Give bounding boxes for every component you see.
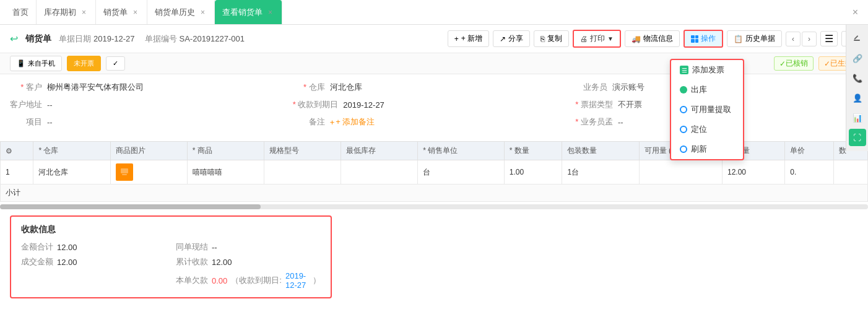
outbound-label: 出库 xyxy=(691,84,707,95)
table-scrollbar-thumb[interactable] xyxy=(0,204,261,209)
tab-history-close[interactable]: × xyxy=(199,7,207,17)
print-button[interactable]: 🖨 打印 ▼ xyxy=(573,30,621,48)
sidebar-link-icon[interactable]: 🔗 xyxy=(849,50,866,67)
col-price: 单价 xyxy=(785,142,833,160)
svg-rect-1 xyxy=(121,168,128,173)
add-note-button[interactable]: + + 添加备注 xyxy=(330,116,375,128)
not-opened-button[interactable]: 未开票 xyxy=(67,56,101,71)
ticket-type-label: 票据类型 xyxy=(575,99,618,110)
subtotal-label: 小计 xyxy=(1,185,868,202)
staff-label: 业务员 xyxy=(575,82,612,93)
next-page-button[interactable]: › xyxy=(802,32,817,46)
note-label: 备注 xyxy=(293,116,330,128)
check-circle-icon: ✓ xyxy=(779,59,786,68)
sidebar-edit-icon[interactable] xyxy=(849,30,866,47)
print-dropdown-icon: ▼ xyxy=(607,35,614,42)
payment-transaction-item: 成交金额 12.00 xyxy=(21,256,166,267)
tab-sales-order[interactable]: 销货单 × xyxy=(96,0,147,24)
row-warehouse: 河北仓库 xyxy=(33,160,110,185)
effect-check-icon: ✓ xyxy=(824,59,830,68)
svg-rect-2 xyxy=(122,174,127,175)
tab-view-sales-close[interactable]: × xyxy=(266,7,274,17)
tab-inventory-close[interactable]: × xyxy=(80,7,88,17)
tab-bar-close[interactable]: × xyxy=(848,4,863,20)
add-button[interactable]: + + 新增 xyxy=(448,30,489,47)
print-label: 打印 xyxy=(590,33,605,44)
warehouse-label: 仓库 xyxy=(293,82,330,93)
sidebar-user-icon[interactable]: 👤 xyxy=(849,89,866,106)
outbound-icon xyxy=(680,86,687,93)
dropdown-locate[interactable]: 定位 xyxy=(671,119,743,139)
row-spec xyxy=(264,160,341,185)
from-phone-label: 来自手机 xyxy=(28,59,55,68)
ticket-type-value: 不开票 xyxy=(618,99,642,110)
payment-accumulated-value: 12.00 xyxy=(212,258,232,267)
payment-due-date: 2019-12-27 xyxy=(285,271,309,290)
tab-sales-close[interactable]: × xyxy=(131,7,139,17)
from-phone-button[interactable]: 📱 来自手机 xyxy=(10,56,62,71)
share-button[interactable]: ↗ 分享 xyxy=(493,30,530,47)
add-label: + 新增 xyxy=(461,33,482,44)
sidebar-phone-icon[interactable]: 📞 xyxy=(849,69,866,87)
tab-sales-label: 销货单 xyxy=(103,7,128,18)
customer-value: 柳州粤港平安气体有限公司 xyxy=(47,82,144,93)
sidebar-expand-icon[interactable]: ⛶ xyxy=(849,129,866,146)
history-button[interactable]: 📋 历史单据 xyxy=(727,30,782,47)
tab-view-sales[interactable]: 查看销货单 × xyxy=(215,0,282,24)
copy-button[interactable]: ⎘ 复制 xyxy=(534,30,569,47)
payment-accumulated-label: 累计收款 xyxy=(176,256,208,267)
row-amount xyxy=(833,160,867,185)
tab-inventory-init[interactable]: 库存期初 × xyxy=(37,0,96,24)
dropdown-add-invoice[interactable]: ☰ 添加发票 xyxy=(671,60,743,80)
sold-badge[interactable]: ✓ 已核销 xyxy=(774,56,814,71)
payment-due-note-end: ） xyxy=(313,275,321,286)
warehouse-value: 河北仓库 xyxy=(330,82,362,93)
col-qty: * 数量 xyxy=(504,142,562,160)
address-field: 客户地址 -- xyxy=(10,99,283,110)
payment-same-order-label: 同单现结 xyxy=(176,241,208,253)
payment-due-label: 本单欠款 xyxy=(176,275,208,286)
operation-dropdown: ☰ 添加发票 出库 可用量提取 定位 刷新 xyxy=(670,59,744,160)
edit-icon-svg xyxy=(853,33,862,43)
due-date-value: 2019-12-27 xyxy=(343,100,384,110)
doc-no-item: 单据编号 SA-20191227-001 xyxy=(145,33,245,45)
dropdown-refresh[interactable]: 刷新 xyxy=(671,139,743,159)
payment-same-order-item: 同单现结 -- xyxy=(176,241,321,253)
tab-sales-history[interactable]: 销货单历史 × xyxy=(147,0,215,24)
prev-page-button[interactable]: ‹ xyxy=(786,32,801,46)
table-scrollbar[interactable] xyxy=(0,204,868,209)
row-price: 0. xyxy=(785,160,833,185)
print-icon: 🖨 xyxy=(580,35,588,43)
grid-view-button[interactable]: ☰ xyxy=(820,31,838,46)
refresh-label: 刷新 xyxy=(691,144,707,155)
warehouse-field: 仓库 河北仓库 xyxy=(293,82,566,93)
right-sidebar: 🔗 📞 👤 📊 ⛶ xyxy=(846,25,868,151)
action-bar: + + 新增 ↗ 分享 ⎘ 复制 🖨 打印 ▼ 🚚 xyxy=(448,30,858,48)
tab-history-label: 销货单历史 xyxy=(155,7,195,18)
sidebar-table-icon[interactable]: 📊 xyxy=(849,109,866,126)
available-qty-label: 可用量提取 xyxy=(691,104,731,115)
logistics-button[interactable]: 🚚 物流信息 xyxy=(625,30,680,47)
refresh-icon xyxy=(680,145,687,153)
col-settings[interactable]: ⚙ xyxy=(1,142,33,160)
check-button[interactable]: ✓ xyxy=(106,56,125,71)
col-image: 商品图片 xyxy=(110,142,187,160)
note-add-label: + 添加备注 xyxy=(336,116,375,128)
tab-bar: 首页 库存期初 × 销货单 × 销货单历史 × 查看销货单 × × xyxy=(0,0,868,25)
product-img-icon xyxy=(118,166,131,178)
tab-inventory-label: 库存期初 xyxy=(44,7,76,18)
dropdown-outbound[interactable]: 出库 xyxy=(671,80,743,100)
operation-grid-icon xyxy=(691,35,698,43)
tab-home[interactable]: 首页 xyxy=(5,0,37,24)
col-product: * 商品 xyxy=(187,142,264,160)
col-min-stock: 最低库存 xyxy=(341,142,418,160)
payment-total-item: 金额合计 12.00 xyxy=(21,241,166,253)
row-available xyxy=(639,160,722,185)
operation-button[interactable]: 操作 xyxy=(684,30,723,48)
not-opened-label: 未开票 xyxy=(74,59,94,68)
share-label: 分享 xyxy=(508,33,523,44)
col-pack-qty: 包装数量 xyxy=(562,142,639,160)
payment-accumulated-item: 累计收款 12.00 xyxy=(176,256,321,267)
subtotal-row: 小计 xyxy=(1,185,868,202)
dropdown-available-qty[interactable]: 可用量提取 xyxy=(671,100,743,119)
